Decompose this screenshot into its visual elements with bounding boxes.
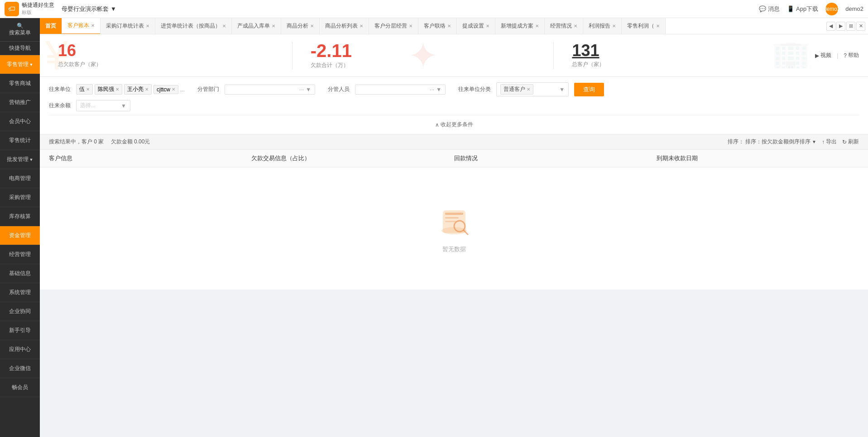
sidebar-item-enterprise-wechat[interactable]: 企业微信: [0, 359, 40, 378]
sidebar-item-member[interactable]: 会员中心: [0, 112, 40, 131]
filter-unit-label: 往来单位: [49, 86, 71, 93]
filter-tag-more-btn[interactable]: ...: [180, 86, 185, 93]
tab-prev-btn[interactable]: ◀: [826, 22, 835, 31]
table-header: 客户信息 欠款交易信息（占比） 回款情况 到期未收款日期: [40, 150, 868, 167]
empty-state: 暂无数据: [40, 167, 868, 290]
tab-new-promotion-close[interactable]: ✕: [535, 24, 539, 28]
filter-tag-cjttcw-text: cjttcw: [157, 86, 170, 93]
stat-total-debt-label: 欠款合计（万）: [311, 62, 352, 69]
tab-profit-report[interactable]: 利润报告 ✕: [583, 18, 622, 34]
tab-goods-list[interactable]: 商品分析列表 ✕: [320, 18, 369, 34]
tab-promotion-settings-close[interactable]: ✕: [486, 24, 489, 28]
empty-state-svg: [436, 204, 472, 240]
sidebar-item-basic[interactable]: 基础信息: [0, 264, 40, 283]
top-bar-right: 💬 消息 📱 App下载 demo2 demo2: [759, 3, 863, 15]
filter-person-select[interactable]: ··· ▼: [355, 85, 446, 95]
video-help-btn[interactable]: ▶ 视频: [815, 52, 831, 59]
tab-retail-profit[interactable]: 零售利润（ ✕: [622, 18, 666, 34]
tab-customer-tier[interactable]: 客户分层经营 ✕: [369, 18, 418, 34]
message-btn[interactable]: 💬 消息: [759, 5, 780, 13]
tab-next-btn[interactable]: ▶: [836, 22, 845, 31]
sidebar-item-capital[interactable]: 资金管理: [0, 226, 40, 245]
tab-expand-btn[interactable]: ⊞: [846, 22, 855, 31]
filter-unit-class-select[interactable]: 普通客户 ✕ ▼: [496, 82, 569, 96]
sidebar-quick-nav[interactable]: 快捷导航: [0, 42, 40, 55]
tab-nav-btns: ◀ ▶ ⊞ ✕: [824, 22, 868, 31]
tab-customer-account[interactable]: 客户账本 ✕: [62, 18, 101, 34]
tab-stock-stats-close[interactable]: ✕: [222, 24, 226, 28]
refresh-icon: ↻: [842, 139, 847, 145]
result-bar: 搜索结果中，客户 0 家 欠款金额 0.00元 排序： 排序：按欠款金额倒序排序…: [40, 134, 868, 150]
query-button[interactable]: 查询: [574, 83, 604, 96]
filter-tag-wu-close[interactable]: ✕: [86, 87, 90, 92]
sidebar-item-vip[interactable]: 畅会员: [0, 378, 40, 397]
sidebar-item-operation[interactable]: 经营管理: [0, 245, 40, 264]
help-btn[interactable]: ? 帮助: [844, 52, 859, 59]
tab-customer-tier-close[interactable]: ✕: [409, 24, 412, 28]
user-name: demo2: [845, 5, 863, 12]
tab-cost-stock-close[interactable]: ✕: [272, 24, 275, 28]
stat-total-debt-value: -2.11: [311, 42, 352, 60]
sidebar-search[interactable]: 🔍 搜索菜单: [0, 18, 40, 42]
app-download-btn[interactable]: 📱 App下载: [787, 5, 818, 13]
sidebar-item-system[interactable]: 系统管理: [0, 283, 40, 302]
filter-tag-wangxiaoliang-close[interactable]: ✕: [145, 87, 149, 92]
tab-goods-analysis[interactable]: 商品分析 ✕: [281, 18, 320, 34]
sidebar-item-retail-mall-label: 零售商城: [9, 80, 31, 86]
tab-customer-contact-close[interactable]: ✕: [447, 24, 451, 28]
filter-tag-normal-customer-close[interactable]: ✕: [527, 87, 530, 92]
tab-profit-report-close[interactable]: ✕: [612, 24, 616, 28]
sidebar-item-purchase[interactable]: 采购管理: [0, 188, 40, 207]
stat-total-customers2-value: 131: [572, 43, 604, 59]
help-divider: |: [837, 52, 838, 59]
tab-cost-stock[interactable]: 产成品入库单 ✕: [232, 18, 281, 34]
tab-profit-report-label: 利润报告: [589, 22, 610, 30]
sidebar-item-ecommerce[interactable]: 电商管理: [0, 169, 40, 188]
tab-retail-profit-close[interactable]: ✕: [656, 24, 660, 28]
tab-home-label: 首页: [45, 22, 56, 30]
collapse-btn[interactable]: ∧ 收起更多条件: [49, 121, 859, 128]
sidebar-item-retail-mall[interactable]: 零售商城: [0, 74, 40, 93]
sidebar-item-inventory[interactable]: 库存核算: [0, 207, 40, 226]
filter-tag-cjttcw-close[interactable]: ✕: [172, 87, 175, 92]
sidebar-item-enterprise-coop-label: 企业协同: [9, 308, 31, 314]
sidebar-item-wholesale-label: 批发管理: [7, 156, 29, 163]
filter-unit-tags: 伍 ✕ 陈民强 ✕ 王小亮 ✕ cjttcw ✕: [76, 84, 185, 95]
tab-new-promotion[interactable]: 新增提成方案 ✕: [495, 18, 545, 34]
company-selector[interactable]: 母婴行业演示帐套 ▼: [58, 5, 120, 13]
sidebar-item-new-guide[interactable]: 新手引导: [0, 321, 40, 340]
result-prefix: 搜索结果中，客户: [49, 138, 92, 145]
tab-purchase-order[interactable]: 采购订单统计表 ✕: [101, 18, 155, 34]
tab-customer-account-close[interactable]: ✕: [91, 23, 95, 28]
tab-close-all-btn[interactable]: ✕: [856, 22, 865, 31]
tab-purchase-order-close[interactable]: ✕: [146, 24, 149, 28]
tab-promotion-settings[interactable]: 提成设置 ✕: [457, 18, 495, 34]
sidebar-item-retail-mgmt[interactable]: 零售管理 ▼: [0, 55, 40, 74]
sidebar-item-app-center[interactable]: 应用中心: [0, 340, 40, 359]
tab-home[interactable]: 首页: [40, 18, 62, 34]
filter-balance-select[interactable]: 选择... ▼: [76, 100, 130, 111]
tab-operation-status-close[interactable]: ✕: [574, 24, 577, 28]
filter-dept-select[interactable]: ··· ▼: [225, 85, 315, 95]
stat-total-customers-value: 16: [58, 43, 101, 59]
stat-total-customers-label: 总欠款客户（家）: [58, 61, 101, 68]
filter-tag-chenminqiang-close[interactable]: ✕: [115, 87, 119, 92]
tab-goods-analysis-close[interactable]: ✕: [310, 24, 314, 28]
filter-unit-class-tags: 普通客户 ✕: [500, 84, 557, 95]
refresh-btn[interactable]: ↻ 刷新: [842, 138, 859, 146]
sidebar-item-wholesale[interactable]: 批发管理 ▼: [0, 150, 40, 169]
sidebar-item-marketing[interactable]: 营销推广: [0, 93, 40, 112]
sidebar-item-retail-stats[interactable]: 零售统计: [0, 131, 40, 150]
sidebar-item-vip-label: 畅会员: [12, 384, 28, 390]
tab-operation-status[interactable]: 经营情况 ✕: [545, 18, 583, 34]
export-btn[interactable]: ↑ 导出: [822, 138, 837, 146]
tab-retail-profit-label: 零售利润（: [627, 22, 654, 30]
tab-customer-contact[interactable]: 客户联络 ✕: [418, 18, 457, 34]
avatar[interactable]: demo2: [825, 3, 838, 15]
tab-new-promotion-label: 新增提成方案: [501, 22, 533, 30]
tab-goods-list-close[interactable]: ✕: [360, 24, 363, 28]
sidebar-item-enterprise-coop[interactable]: 企业协同: [0, 302, 40, 321]
tab-stock-stats[interactable]: 进货单统计表（按商品） ✕: [155, 18, 232, 34]
sidebar-item-capital-label: 资金管理: [9, 232, 31, 238]
sort-select[interactable]: 排序： 排序：按欠款金额倒序排序 ▼: [728, 138, 816, 146]
